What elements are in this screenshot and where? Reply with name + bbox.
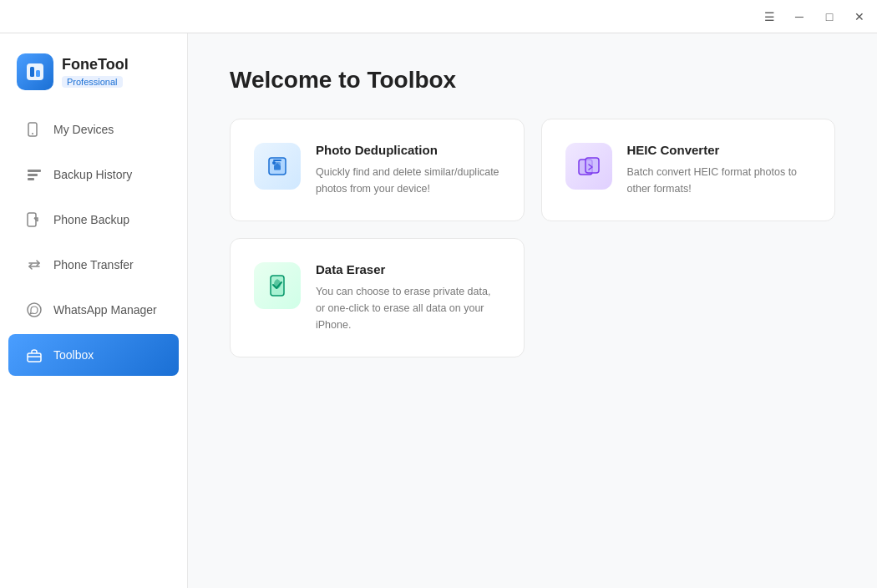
sidebar-label-toolbox: Toolbox — [53, 348, 94, 362]
whatsapp-icon — [25, 301, 43, 319]
sidebar-item-phone-transfer[interactable]: Phone Transfer — [8, 244, 179, 286]
data-eraser-content: Data Eraser You can choose to erase priv… — [316, 262, 500, 333]
tools-grid: Photo Deduplication Quickly find and del… — [230, 119, 835, 357]
sidebar-item-toolbox[interactable]: Toolbox — [8, 334, 179, 376]
menu-button[interactable]: ☰ — [762, 9, 777, 24]
svg-rect-6 — [28, 174, 38, 176]
sidebar: FoneTool Professional My Devices — [0, 33, 188, 588]
heic-converter-title: HEIC Converter — [627, 143, 812, 157]
heic-converter-icon — [565, 143, 612, 190]
sidebar-label-my-devices: My Devices — [53, 123, 114, 136]
photo-dedup-desc: Quickly find and delete similar/duplicat… — [316, 164, 500, 197]
svg-rect-7 — [28, 178, 34, 180]
logo-section: FoneTool Professional — [0, 47, 187, 107]
app-logo-icon — [17, 53, 53, 90]
sidebar-item-my-devices[interactable]: My Devices — [8, 109, 179, 150]
sidebar-label-phone-backup: Phone Backup — [53, 213, 129, 226]
svg-rect-19 — [586, 158, 599, 173]
svg-rect-8 — [28, 213, 36, 226]
heic-converter-desc: Batch convert HEIC format photos to othe… — [627, 164, 812, 197]
svg-rect-15 — [273, 160, 281, 161]
sidebar-item-phone-backup[interactable]: Phone Backup — [8, 199, 179, 241]
device-icon — [25, 120, 43, 139]
sidebar-item-backup-history[interactable]: Backup History — [8, 154, 179, 195]
sidebar-item-whatsapp-manager[interactable]: WhatsApp Manager — [8, 289, 179, 331]
photo-deduplication-card[interactable]: Photo Deduplication Quickly find and del… — [230, 119, 525, 221]
sidebar-label-whatsapp-manager: WhatsApp Manager — [53, 303, 157, 317]
minimize-button[interactable]: ─ — [792, 9, 807, 24]
app-container: FoneTool Professional My Devices — [0, 33, 877, 588]
heic-converter-card[interactable]: HEIC Converter Batch convert HEIC format… — [541, 119, 836, 221]
data-eraser-title: Data Eraser — [316, 262, 500, 276]
svg-rect-2 — [36, 70, 40, 77]
app-name: FoneTool — [62, 56, 129, 74]
title-bar: ☰ ─ □ ✕ — [0, 0, 877, 33]
sidebar-label-phone-transfer: Phone Transfer — [53, 258, 134, 271]
svg-rect-10 — [28, 353, 41, 362]
toolbox-icon — [25, 346, 43, 364]
history-icon — [25, 165, 43, 184]
svg-rect-16 — [274, 162, 281, 170]
app-badge: Professional — [62, 76, 123, 88]
photo-dedup-content: Photo Deduplication Quickly find and del… — [316, 143, 500, 197]
data-eraser-icon — [254, 262, 301, 309]
transfer-icon — [25, 256, 43, 274]
sidebar-label-backup-history: Backup History — [53, 168, 132, 181]
data-eraser-card[interactable]: Data Eraser You can choose to erase priv… — [230, 238, 525, 357]
svg-rect-0 — [27, 63, 43, 80]
logo-text: FoneTool Professional — [62, 56, 129, 88]
svg-rect-5 — [28, 170, 41, 172]
photo-dedup-icon — [254, 143, 301, 190]
close-button[interactable]: ✕ — [852, 9, 867, 24]
page-title: Welcome to Toolbox — [230, 67, 835, 94]
svg-rect-1 — [30, 67, 34, 77]
data-eraser-desc: You can choose to erase private data, or… — [316, 283, 500, 333]
main-content: Welcome to Toolbox Photo Dedu — [188, 33, 877, 588]
svg-point-4 — [32, 133, 33, 134]
window-controls: ☰ ─ □ ✕ — [762, 9, 867, 24]
backup-icon — [25, 210, 43, 229]
heic-converter-content: HEIC Converter Batch convert HEIC format… — [627, 143, 812, 197]
photo-dedup-title: Photo Deduplication — [316, 143, 500, 157]
maximize-button[interactable]: □ — [822, 9, 837, 24]
